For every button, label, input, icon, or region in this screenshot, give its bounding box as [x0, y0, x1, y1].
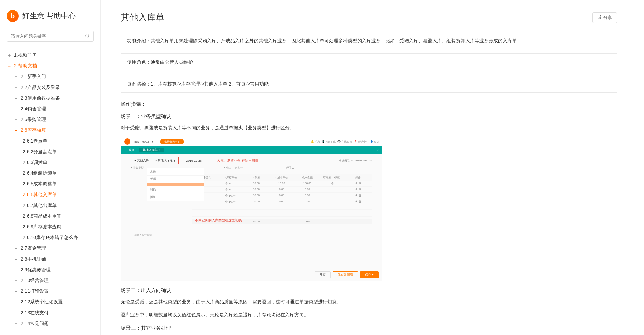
expand-icon[interactable] [13, 278, 19, 283]
expand-icon[interactable] [13, 321, 19, 326]
share-label: 分享 [603, 15, 612, 21]
sp-save-add-button: 保存并新增 [333, 271, 358, 278]
expand-icon[interactable] [13, 106, 19, 112]
nav-label: 2.6.10库存账本错了怎么办 [23, 235, 78, 241]
role-text: 通常由仓管人员维护 [151, 59, 193, 65]
expand-icon[interactable] [13, 289, 19, 294]
expand-icon[interactable] [13, 246, 19, 251]
intro-text: 其他入库单用来处理除采购入库、产成品入库之外的其他入库业务，因此其他入库单可处理… [151, 38, 517, 43]
nav-label: 2.6.8商品成本重算 [23, 213, 61, 219]
search-icon[interactable] [85, 33, 90, 39]
expand-icon[interactable] [13, 74, 19, 79]
nav-label: 2.1新手入门 [21, 74, 46, 80]
scene2-heading: 场景二：出入方向确认 [121, 287, 617, 294]
collapse-icon[interactable] [7, 63, 12, 69]
logo-icon: b [7, 10, 19, 22]
nav-item-8[interactable]: 2.6.1盘点单 [7, 136, 94, 147]
nav-item-23[interactable]: 2.12系统个性化设置 [7, 297, 94, 308]
nav-label: 2.6.1盘点单 [23, 138, 47, 144]
nav-item-18[interactable]: 2.7资金管理 [7, 243, 94, 254]
nav-item-14[interactable]: 2.6.7其他出库单 [7, 200, 94, 211]
nav-label: 2.2产品安装及登录 [21, 85, 60, 91]
nav-label: 2.12系统个性化设置 [21, 299, 63, 305]
sp-tab-active: 其他入库单 × [139, 148, 164, 152]
nav-item-24[interactable]: 2.13在线支付 [7, 308, 94, 318]
nav-item-9[interactable]: 2.6.2分量盘点单 [7, 147, 94, 157]
expand-icon[interactable] [13, 85, 19, 90]
content-section: 操作步骤： 场景一：业务类型确认 对于受赠、盘盈或是拆装入库等不同的业务，是通过… [121, 101, 617, 335]
logo-area: b 好生意 帮助中心 [7, 10, 94, 22]
sp-annotation2: 不同业务的入库类型在这里切换 [195, 218, 242, 223]
collapse-icon[interactable] [13, 128, 19, 133]
path-label: 页面路径： [127, 81, 151, 87]
nav-item-13[interactable]: 2.6.6其他入库单 [7, 189, 94, 200]
sp-dropdown: 盘盈 受赠 切换 拆机 [147, 168, 204, 201]
svg-line-2 [599, 15, 601, 17]
embedded-screenshot: TEST-H002 ▾ 我要做的一下 🔔 消息 📱 App下载 💬 在线客服 ❓… [121, 137, 382, 281]
nav-label: 2.3使用前数据准备 [21, 95, 60, 101]
share-button[interactable]: 分享 [592, 12, 617, 23]
sp-test-label: TEST-H002 [133, 140, 149, 143]
nav-item-17[interactable]: 2.6.10库存账本错了怎么办 [7, 232, 94, 243]
scene2-text1: 无论是受赠，还是其他类型的业务，由于入库商品质量等原因，需要退回，这时可通过单据… [121, 298, 617, 306]
expand-icon[interactable] [13, 117, 19, 122]
nav-label: 2.14常见问题 [21, 321, 49, 327]
nav-item-20[interactable]: 2.9优惠券管理 [7, 265, 94, 275]
nav-item-21[interactable]: 2.10经营管理 [7, 275, 94, 286]
sp-annotation1: 入库、退货业务 在这里切换 [217, 158, 258, 163]
nav-label: 2.帮助文档 [14, 63, 37, 69]
nav-item-1[interactable]: 2.帮助文档 [7, 61, 94, 71]
nav-item-7[interactable]: 2.6库存核算 [7, 125, 94, 136]
nav-item-22[interactable]: 2.11打印设置 [7, 286, 94, 297]
nav-label: 2.13在线支付 [21, 310, 49, 316]
expand-icon[interactable] [13, 310, 19, 316]
nav-label: 2.6.6其他入库单 [23, 192, 57, 198]
nav-item-12[interactable]: 2.6.5成本调整单 [7, 179, 94, 189]
sp-save-button: 保存 ▾ [360, 271, 379, 278]
nav-label: 2.6.3调拨单 [23, 160, 47, 166]
nav-item-25[interactable]: 2.14常见问题 [7, 318, 94, 329]
nav-item-4[interactable]: 2.3使用前数据准备 [7, 93, 94, 104]
expand-icon[interactable] [13, 96, 19, 101]
nav-label: 2.7资金管理 [21, 245, 46, 252]
sp-cancel-button: 放弃 [315, 271, 331, 278]
nav-item-3[interactable]: 2.2产品安装及登录 [7, 82, 94, 93]
sp-logo-icon [124, 138, 130, 145]
sidebar: b 好生意 帮助中心 1.视频学习2.帮助文档2.1新手入门2.2产品安装及登录… [0, 0, 101, 335]
scene3-heading: 场景三：其它业务处理 [121, 325, 617, 331]
share-icon [597, 15, 602, 20]
nav-label: 2.4销售管理 [21, 106, 46, 112]
sp-top-button: 我要做的一下 [160, 139, 184, 144]
nav-label: 1.视频学习 [14, 52, 37, 58]
search-box [7, 31, 94, 42]
sp-date: 2019-12-26 [184, 158, 204, 163]
nav-label: 2.9优惠券管理 [21, 267, 51, 273]
nav-item-11[interactable]: 2.6.4组装拆卸单 [7, 168, 94, 179]
nav-item-0[interactable]: 1.视频学习 [7, 50, 94, 61]
svg-line-1 [88, 37, 89, 38]
nav-label: 2.8手机旺铺 [21, 256, 46, 262]
nav-item-16[interactable]: 2.6.9库存账本查询 [7, 222, 94, 232]
sp-mode-in: ● 其他入库 [134, 158, 149, 163]
nav-item-15[interactable]: 2.6.8商品成本重算 [7, 211, 94, 222]
info-box-intro: 功能介绍：其他入库单用来处理除采购入库、产成品入库之外的其他入库业务，因此其他入… [121, 32, 617, 49]
expand-icon[interactable] [7, 53, 12, 58]
nav-item-6[interactable]: 2.5采购管理 [7, 114, 94, 125]
nav-item-2[interactable]: 2.1新手入门 [7, 71, 94, 82]
info-box-path: 页面路径：1、库存核算->库存管理->其他入库单 2、首页->常用功能 [121, 75, 617, 93]
nav-label: 2.10经营管理 [21, 278, 49, 284]
nav-tree: 1.视频学习2.帮助文档2.1新手入门2.2产品安装及登录2.3使用前数据准备2… [7, 50, 94, 329]
sp-tab-home: 首页 [124, 148, 139, 152]
expand-icon[interactable] [13, 299, 19, 305]
search-input[interactable] [7, 31, 94, 42]
expand-icon[interactable] [13, 257, 19, 262]
site-title: 好生意 帮助中心 [22, 11, 76, 21]
svg-point-0 [86, 34, 89, 37]
expand-icon[interactable] [13, 267, 19, 273]
page-title: 其他入库单 [121, 12, 164, 23]
nav-item-5[interactable]: 2.4销售管理 [7, 104, 94, 114]
scene1-heading: 场景一：业务类型确认 [121, 113, 617, 120]
nav-label: 2.6.5成本调整单 [23, 181, 57, 187]
nav-item-10[interactable]: 2.6.3调拨单 [7, 157, 94, 168]
nav-item-19[interactable]: 2.8手机旺铺 [7, 254, 94, 265]
